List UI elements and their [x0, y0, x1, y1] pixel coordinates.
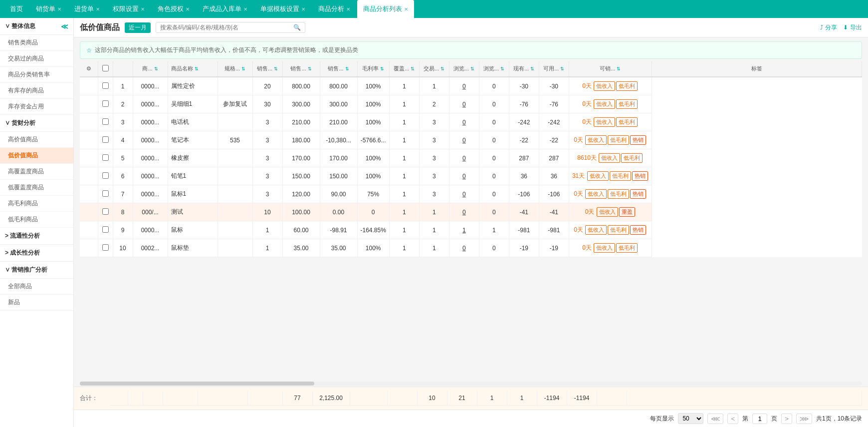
- page-number-input[interactable]: [752, 414, 767, 424]
- period-badge[interactable]: 近一月: [125, 22, 151, 33]
- th-code[interactable]: 商... ⇅: [133, 61, 168, 77]
- th-sales-profit[interactable]: 销售... ⇅: [320, 61, 357, 77]
- sidebar-item-new-goods[interactable]: 新品: [0, 295, 73, 311]
- row-checkbox[interactable]: [102, 226, 109, 233]
- close-icon[interactable]: ✕: [243, 6, 247, 12]
- th-sellable-stock[interactable]: 可销... ⇅: [569, 61, 651, 77]
- table-row: 7 0000... 鼠标1 3 120.00 90.00 75% 1 3 0 0…: [80, 185, 862, 203]
- nav-product-stock[interactable]: 产成品入库单 ✕: [197, 0, 253, 18]
- sidebar-item-stock-goods[interactable]: 有库存的商品: [0, 83, 73, 99]
- row-checkbox[interactable]: [102, 82, 109, 89]
- table-container[interactable]: ⚙ 商... ⇅ 商品名称 ⇅ 规格... ⇅ 销售... ⇅ 销售... ⇅ …: [80, 61, 862, 381]
- nav-purchase-order[interactable]: 进货单 ✕: [68, 0, 106, 18]
- browse-link[interactable]: 0: [462, 245, 466, 252]
- close-icon[interactable]: ✕: [141, 6, 145, 12]
- browse-link[interactable]: 0: [462, 83, 466, 90]
- th-browse2[interactable]: 浏览... ⇅: [479, 61, 509, 77]
- row-checkbox[interactable]: [102, 136, 109, 143]
- search-input[interactable]: [160, 24, 293, 31]
- nav-product-analysis-list[interactable]: 商品分析列表 ✕: [357, 0, 414, 18]
- sidebar-item-inventory-capital[interactable]: 库存资金占用: [0, 99, 73, 115]
- sidebar-item-high-coverage[interactable]: 高覆盖度商品: [0, 164, 73, 180]
- sidebar-item-category-sales-rate[interactable]: 商品分类销售率: [0, 67, 73, 83]
- horizontal-scrollbar[interactable]: [80, 382, 862, 386]
- nav-permissions[interactable]: 权限设置 ✕: [107, 0, 151, 18]
- close-icon[interactable]: ✕: [186, 6, 190, 12]
- sidebar: ∨ 整体信息 ≪ 销售类商品 交易过的商品 商品分类销售率 有库存的商品 库存资…: [0, 18, 74, 427]
- first-page-button[interactable]: ⋘: [707, 414, 723, 424]
- th-num: [113, 61, 133, 77]
- row-checkbox[interactable]: [102, 172, 109, 179]
- browse-link[interactable]: 0: [462, 101, 466, 108]
- th-name[interactable]: 商品名称 ⇅: [168, 61, 217, 77]
- total-label: 合计：: [80, 394, 110, 403]
- table-row: 4 0000... 笔记本 535 3 180.00 -10,380... -5…: [80, 131, 862, 149]
- row-checkbox[interactable]: [102, 190, 109, 197]
- sidebar-item-all-goods[interactable]: 全部商品: [0, 279, 73, 295]
- th-spec[interactable]: 规格... ⇅: [217, 61, 252, 77]
- close-icon[interactable]: ✕: [404, 6, 408, 12]
- th-sales-amt[interactable]: 销售... ⇅: [282, 61, 320, 77]
- sidebar-item-high-value[interactable]: 高价值商品: [0, 132, 73, 148]
- row-checkbox[interactable]: [102, 100, 109, 107]
- sidebar-group-goods-analysis[interactable]: ∨ 货财分析: [0, 115, 73, 132]
- page-suffix: 页: [771, 415, 777, 423]
- nav-sales-order[interactable]: 销货单 ✕: [30, 0, 67, 18]
- sidebar-group-liquidity[interactable]: > 流通性分析: [0, 228, 73, 245]
- next-page-button[interactable]: >: [781, 414, 792, 424]
- page-size-label: 每页显示: [650, 415, 674, 423]
- row-checkbox[interactable]: [102, 118, 109, 125]
- th-browse1[interactable]: 浏览... ⇅: [449, 61, 479, 77]
- browse-link[interactable]: 0: [462, 209, 466, 216]
- table-row: 1 0000... 属性定价 20 800.00 800.00 100% 1 1…: [80, 77, 862, 95]
- th-sales-qty[interactable]: 销售... ⇅: [252, 61, 282, 77]
- browse-link[interactable]: 0: [462, 119, 466, 126]
- th-current-stock[interactable]: 现有... ⇅: [509, 61, 539, 77]
- sidebar-item-sales-goods[interactable]: 销售类商品: [0, 35, 73, 51]
- th-coverage[interactable]: 覆盖... ⇅: [389, 61, 419, 77]
- browse-link[interactable]: 0: [462, 155, 466, 162]
- th-settings[interactable]: ⚙: [80, 61, 98, 77]
- export-button[interactable]: ⬇ 导出: [843, 23, 862, 32]
- total-coverage: 10: [417, 391, 447, 406]
- nav-home[interactable]: 首页: [4, 0, 29, 18]
- th-margin-rate[interactable]: 毛利率 ⇅: [357, 61, 389, 77]
- browse-link[interactable]: 0: [462, 137, 466, 144]
- days-tag: 0天: [574, 136, 583, 143]
- close-icon[interactable]: ✕: [346, 6, 350, 12]
- row-checkbox[interactable]: [102, 154, 109, 161]
- scrollbar-thumb[interactable]: [80, 382, 314, 386]
- sidebar-item-traded-goods[interactable]: 交易过的商品: [0, 51, 73, 67]
- sidebar-group-overall[interactable]: ∨ 整体信息 ≪: [0, 18, 73, 35]
- last-page-button[interactable]: ⋙: [796, 414, 812, 424]
- search-icon[interactable]: 🔍: [293, 24, 301, 31]
- share-button[interactable]: ⤴ 分享: [820, 23, 837, 32]
- browse-link[interactable]: 1: [462, 227, 466, 234]
- th-transaction[interactable]: 交易... ⇅: [419, 61, 449, 77]
- select-all-checkbox[interactable]: [102, 65, 109, 71]
- nav-role-auth[interactable]: 角色授权 ✕: [152, 0, 196, 18]
- tag: 低毛利: [616, 243, 638, 253]
- export-icon: ⬇: [843, 24, 848, 31]
- tag: 低收入: [585, 225, 607, 235]
- row-checkbox[interactable]: [102, 208, 109, 215]
- sidebar-item-high-margin[interactable]: 高毛利商品: [0, 196, 73, 212]
- collapse-icon[interactable]: ≪: [61, 22, 68, 30]
- close-icon[interactable]: ✕: [96, 6, 100, 12]
- prev-page-button[interactable]: <: [727, 414, 738, 424]
- close-icon[interactable]: ✕: [301, 6, 305, 12]
- page-size-select[interactable]: 50 100 200: [678, 413, 703, 424]
- sidebar-group-growth[interactable]: > 成长性分析: [0, 245, 73, 262]
- browse-link[interactable]: 0: [462, 173, 466, 180]
- browse-link[interactable]: 0: [462, 191, 466, 198]
- table-header-row: ⚙ 商... ⇅ 商品名称 ⇅ 规格... ⇅ 销售... ⇅ 销售... ⇅ …: [80, 61, 862, 77]
- th-available-stock[interactable]: 可用... ⇅: [539, 61, 569, 77]
- sidebar-item-low-margin[interactable]: 低毛利商品: [0, 212, 73, 228]
- row-checkbox[interactable]: [102, 244, 109, 251]
- sidebar-group-marketing[interactable]: ∨ 营销推广分析: [0, 262, 73, 279]
- sidebar-item-low-coverage[interactable]: 低覆盖度商品: [0, 180, 73, 196]
- nav-product-analysis[interactable]: 商品分析 ✕: [312, 0, 356, 18]
- close-icon[interactable]: ✕: [57, 6, 61, 12]
- nav-template-settings[interactable]: 单据模板设置 ✕: [254, 0, 311, 18]
- sidebar-item-low-value[interactable]: 低价值商品: [0, 148, 73, 164]
